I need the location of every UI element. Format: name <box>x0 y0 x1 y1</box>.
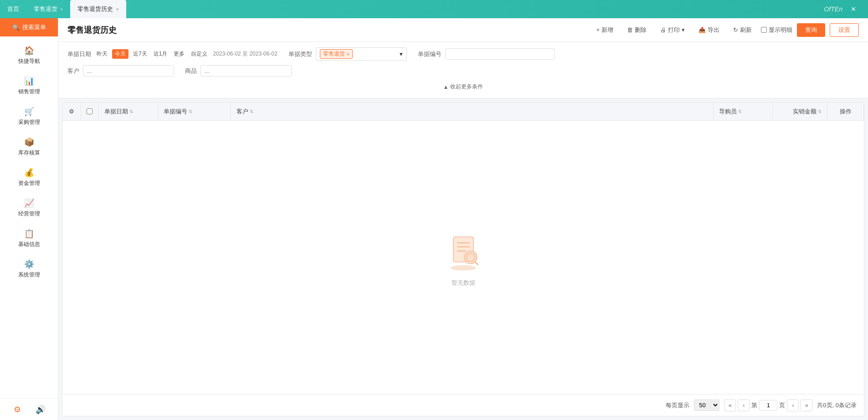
first-page-button[interactable]: « <box>724 400 736 411</box>
collapse-label: 收起更多条件 <box>450 83 483 91</box>
settings-bottom-icon[interactable]: ⚙ <box>11 403 24 416</box>
show-detail-label: 显示明细 <box>769 26 792 34</box>
per-page-label: 每页显示 <box>666 401 689 410</box>
inventory-icon: 📦 <box>24 137 34 147</box>
export-button[interactable]: 📤 导出 <box>694 24 724 36</box>
sidebar-item-operations[interactable]: 📈 经营管理 <box>0 193 58 223</box>
base-info-icon: 📋 <box>24 229 34 239</box>
prev-page-button[interactable]: ‹ <box>738 400 750 411</box>
sidebar-item-finance-label: 资金管理 <box>18 179 40 187</box>
date-custom[interactable]: 自定义 <box>189 50 209 58</box>
date-yesterday[interactable]: 昨天 <box>95 50 109 58</box>
page-header: 零售退货历史 + 新增 🗑 删除 🖨 打印 ▾ 📤 导出 <box>58 18 868 42</box>
volume-icon[interactable]: 🔊 <box>34 403 47 416</box>
tab-retail-return-history-close[interactable]: × <box>116 6 118 12</box>
page-input[interactable] <box>759 400 777 410</box>
th-checkbox[interactable] <box>81 102 99 120</box>
number-filter-input[interactable] <box>445 48 555 60</box>
operations-icon: 📈 <box>24 198 34 208</box>
date-7days[interactable]: 近7天 <box>131 50 149 58</box>
th-customer-label: 客户 <box>236 108 248 116</box>
date-today[interactable]: 今天 <box>112 49 128 59</box>
number-filter-label: 单据编号 <box>418 50 442 58</box>
type-tag-remove[interactable]: × <box>347 51 349 57</box>
tab-retail-return-close[interactable]: × <box>60 6 63 12</box>
column-settings-icon: ⚙ <box>69 108 74 115</box>
sales-icon: 📊 <box>24 76 34 86</box>
print-icon: 🖨 <box>660 26 666 33</box>
top-bar-right: OfTEn × <box>824 2 868 16</box>
finance-icon: 💰 <box>24 168 34 178</box>
refresh-button[interactable]: ↻ 刷新 <box>729 24 756 36</box>
settings-button[interactable]: 设置 <box>830 23 859 37</box>
tab-home[interactable]: 首页 <box>0 0 26 18</box>
sidebar-item-finance[interactable]: 💰 资金管理 <box>0 162 58 193</box>
th-amount[interactable]: 实销金额 ⇅ <box>773 102 827 120</box>
delete-button[interactable]: 🗑 删除 <box>622 24 651 36</box>
th-action: 操作 <box>827 102 864 120</box>
select-all-checkbox[interactable] <box>87 108 92 114</box>
show-detail-checkbox-label[interactable]: 显示明细 <box>761 26 792 34</box>
collapse-button[interactable]: ▲ 收起更多条件 <box>438 81 489 92</box>
date-more[interactable]: 更多 <box>172 50 186 58</box>
tab-home-label: 首页 <box>7 5 19 13</box>
customer-filter-input[interactable] <box>83 65 174 77</box>
th-customer[interactable]: 客户 ⇅ <box>231 102 714 120</box>
date-shortcuts: 昨天 今天 近7天 近1月 更多 自定义 <box>95 49 209 59</box>
print-button[interactable]: 🖨 打印 ▾ <box>656 24 689 36</box>
th-number[interactable]: 单据编号 ⇅ <box>158 102 231 120</box>
print-dropdown-icon: ▾ <box>682 26 685 33</box>
sidebar-item-purchase-label: 采购管理 <box>18 118 40 126</box>
query-button[interactable]: 查询 <box>797 23 825 37</box>
th-settings[interactable]: ⚙ <box>62 102 81 120</box>
sidebar-item-sales[interactable]: 📊 销售管理 <box>0 71 58 101</box>
type-filter: 单据类型 零售退货 × ▾ <box>288 47 407 61</box>
export-icon: 📤 <box>699 26 706 33</box>
query-label: 查询 <box>805 26 817 33</box>
page-label: 第 <box>751 401 757 410</box>
type-tag-value: 零售退货 <box>323 50 345 58</box>
th-date[interactable]: 单据日期 ⇅ <box>99 102 158 120</box>
delete-label: 删除 <box>635 26 647 34</box>
sidebar-item-purchase[interactable]: 🛒 采购管理 <box>0 101 58 132</box>
sidebar-item-quick-nav-label: 快捷导航 <box>18 57 40 65</box>
table-area: ⚙ 单据日期 ⇅ 单据编号 ⇅ 客户 ⇅ 导购员 <box>62 102 864 416</box>
customer-filter-label: 客户 <box>67 67 79 75</box>
customer-sort-icon: ⇅ <box>250 109 253 114</box>
tab-retail-return-history[interactable]: 零售退货历史 × <box>70 0 126 18</box>
date-filter: 单据日期 昨天 今天 近7天 近1月 更多 自定义 2023-06-02 至 2… <box>67 49 277 59</box>
sidebar-item-inventory[interactable]: 📦 库存核算 <box>0 132 58 162</box>
per-page-select[interactable]: 10 20 50 100 <box>694 400 719 411</box>
next-page-button[interactable]: › <box>787 400 799 411</box>
th-date-label: 单据日期 <box>104 108 128 116</box>
svg-point-0 <box>451 265 476 271</box>
number-sort-icon: ⇅ <box>189 109 192 114</box>
th-guide[interactable]: 导购员 ⇅ <box>714 102 773 120</box>
tab-retail-return[interactable]: 零售退货 × <box>26 0 70 18</box>
settings-label: 设置 <box>838 26 850 33</box>
th-action-label: 操作 <box>840 108 852 116</box>
date-1month[interactable]: 近1月 <box>152 50 169 58</box>
last-page-button[interactable]: » <box>801 400 812 411</box>
date-filter-label: 单据日期 <box>67 50 91 58</box>
sidebar-search-button[interactable]: 🔍 搜索菜单 <box>0 18 58 36</box>
date-range-value: 2023-06-02 至 2023-06-02 <box>213 50 277 58</box>
table-body: 暂无数据 <box>62 121 864 394</box>
system-icon: ⚙️ <box>24 259 34 269</box>
delete-icon: 🗑 <box>627 26 633 33</box>
type-filter-select[interactable]: 零售退货 × ▾ <box>316 47 407 61</box>
filter-row-2: 客户 商品 <box>67 65 859 77</box>
sidebar-item-base-info[interactable]: 📋 基础信息 <box>0 223 58 254</box>
sidebar-item-operations-label: 经营管理 <box>18 210 40 218</box>
show-detail-checkbox[interactable] <box>761 27 767 33</box>
add-button[interactable]: + 新增 <box>591 24 618 36</box>
sidebar: 🔍 搜索菜单 🏠 快捷导航 📊 销售管理 🛒 采购管理 📦 库存核算 💰 <box>0 18 58 420</box>
th-amount-label: 实销金额 <box>793 108 817 116</box>
type-tag: 零售退货 × <box>320 49 353 59</box>
sidebar-item-system[interactable]: ⚙️ 系统管理 <box>0 254 58 284</box>
window-close-button[interactable]: × <box>846 2 861 16</box>
pagination-bar: 每页显示 10 20 50 100 « ‹ 第 页 › » 共0页, 0条记录 <box>62 394 864 416</box>
goods-filter-input[interactable] <box>200 65 292 77</box>
sidebar-item-quick-nav[interactable]: 🏠 快捷导航 <box>0 40 58 71</box>
sidebar-item-sales-label: 销售管理 <box>18 88 40 96</box>
